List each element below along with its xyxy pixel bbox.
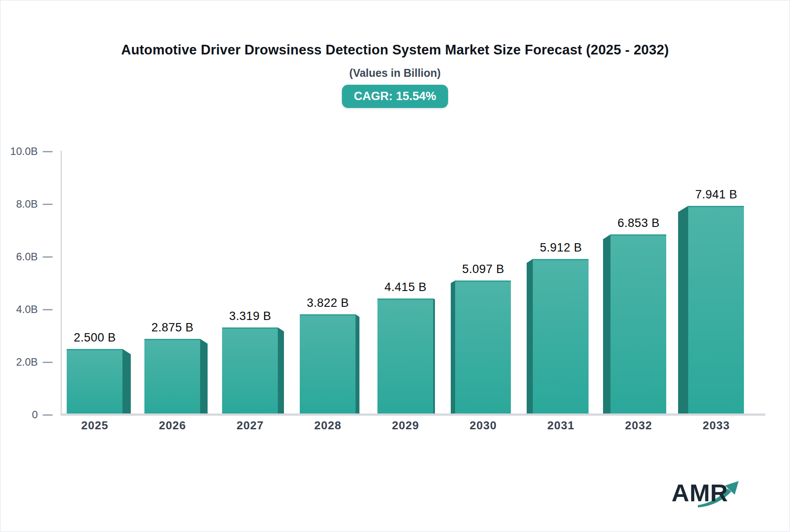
x-tick-label-2032: 2032 xyxy=(600,419,677,432)
chart-title: Automotive Driver Drowsiness Detection S… xyxy=(97,39,693,61)
bar-face-2032 xyxy=(610,234,666,415)
bar-value-label-2032: 6.853 B xyxy=(590,216,687,230)
bar-face-2031 xyxy=(533,259,589,415)
y-tick-dash xyxy=(43,204,53,205)
y-tick-dash xyxy=(43,362,53,363)
bar-side-2029 xyxy=(433,298,435,415)
bar-value-label-2033: 7.941 B xyxy=(668,187,765,201)
x-tick-label-2033: 2033 xyxy=(678,419,755,432)
cagr-badge: CAGR: 15.54% xyxy=(342,85,448,108)
y-tick-label-10.0B: 10.0B xyxy=(1,145,38,158)
bar-value-label-2027: 3.319 B xyxy=(202,309,298,323)
y-tick-label-2.0B: 2.0B xyxy=(1,356,38,369)
bar-side-2027 xyxy=(278,327,284,415)
bar-value-label-2030: 5.097 B xyxy=(435,262,531,276)
x-tick-label-2031: 2031 xyxy=(522,419,600,432)
logo-text: AMR xyxy=(672,478,728,507)
y-tick-label-4.0B: 4.0B xyxy=(1,303,38,316)
y-tick-label-6.0B: 6.0B xyxy=(1,250,38,263)
bar-face-2028 xyxy=(300,314,356,415)
bar-face-2025 xyxy=(67,349,122,415)
x-tick-label-2030: 2030 xyxy=(445,419,522,432)
bar-side-2031 xyxy=(527,259,533,415)
y-axis-line xyxy=(61,151,62,415)
x-axis-line xyxy=(61,413,765,416)
x-tick-label-2029: 2029 xyxy=(367,419,444,432)
amr-logo: AMR xyxy=(672,478,764,514)
y-tick-label-8.0B: 8.0B xyxy=(1,198,38,211)
chart-card: Automotive Driver Drowsiness Detection S… xyxy=(0,0,790,532)
bar-value-label-2028: 3.822 B xyxy=(280,296,376,310)
bar-value-label-2029: 4.415 B xyxy=(357,280,454,294)
bar-face-2026 xyxy=(144,339,200,415)
bar-side-2030 xyxy=(451,280,455,415)
chart-subtitle: (Values in Billion) xyxy=(1,67,789,79)
bar-face-2030 xyxy=(455,280,511,415)
x-tick-label-2026: 2026 xyxy=(134,419,211,432)
y-tick-dash xyxy=(43,256,53,258)
y-tick-dash xyxy=(43,151,53,152)
bar-face-2029 xyxy=(377,298,433,415)
bar-side-2032 xyxy=(603,234,610,415)
y-tick-dash xyxy=(43,309,53,310)
bar-side-2028 xyxy=(356,314,359,415)
bar-value-label-2031: 5.912 B xyxy=(513,241,609,255)
bar-side-2025 xyxy=(122,349,131,415)
x-tick-label-2028: 2028 xyxy=(289,419,366,432)
x-tick-label-2025: 2025 xyxy=(56,419,133,432)
y-tick-dash xyxy=(43,414,53,416)
y-tick-label-0: 0 xyxy=(1,408,38,421)
bar-face-2033 xyxy=(688,206,744,415)
x-tick-label-2027: 2027 xyxy=(212,419,289,432)
chart-header: Automotive Driver Drowsiness Detection S… xyxy=(1,39,789,108)
bar-side-2033 xyxy=(678,206,688,415)
bar-side-2026 xyxy=(200,339,208,415)
bar-face-2027 xyxy=(222,327,278,415)
